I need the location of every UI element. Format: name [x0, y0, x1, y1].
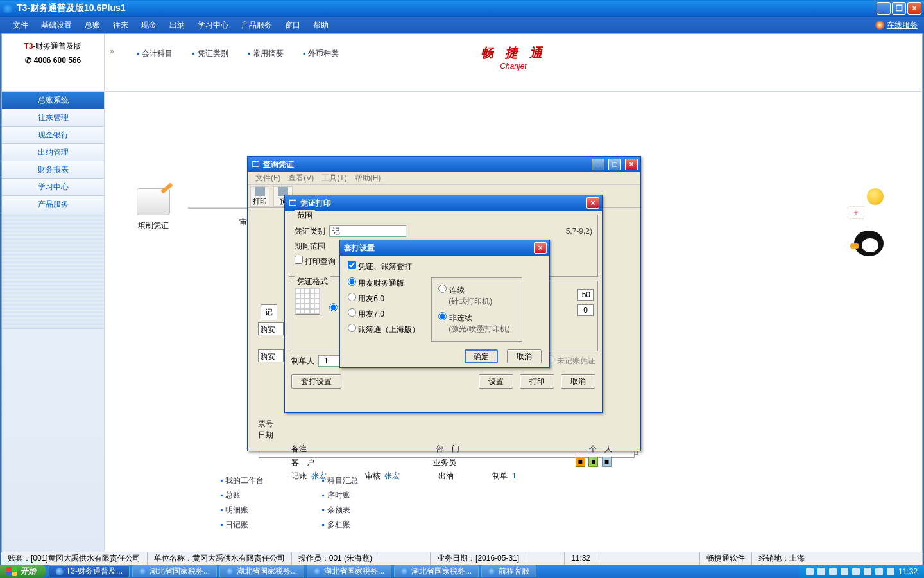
task-t3[interactable]: T3-财务通普及...	[49, 565, 130, 577]
tray-icon[interactable]	[806, 568, 814, 575]
bl-detail[interactable]: ▪明细账	[220, 503, 264, 518]
tray-icon[interactable]	[864, 568, 871, 575]
menu-window[interactable]: 窗口	[278, 20, 307, 31]
window-icon: 🗔	[289, 198, 296, 207]
lbl-ticket: 票号	[258, 419, 273, 428]
printer-icon	[255, 187, 265, 196]
menu-learn[interactable]: 学习中心	[191, 20, 235, 31]
fill-voucher[interactable]: 填制凭证	[137, 188, 170, 231]
bl-balance[interactable]: ▪余额表	[321, 503, 357, 518]
qm-tool[interactable]: 工具(T)	[319, 173, 349, 184]
minimize-button[interactable]: _	[877, 2, 891, 15]
start-button[interactable]: 开始	[0, 565, 46, 578]
num-50: 50	[578, 289, 594, 301]
sidebar-item-report[interactable]: 财务报表	[2, 161, 104, 179]
tray-icon[interactable]	[841, 568, 848, 575]
link-summary[interactable]: ▪常用摘要	[248, 48, 284, 59]
bl-chrono[interactable]: ▪序时账	[321, 488, 357, 503]
hint-cont: (针式打印机)	[449, 296, 515, 307]
task-ie4[interactable]: 湖北省国家税务...	[394, 565, 479, 577]
app-mini-icon	[56, 568, 64, 575]
add-widget[interactable]: +	[848, 206, 864, 219]
sidebar-item-arap[interactable]: 往来管理	[2, 109, 104, 127]
btn-print[interactable]: 打印	[520, 374, 554, 389]
tb-print[interactable]: 打印	[250, 186, 270, 207]
tpl-ok[interactable]: 确定	[465, 349, 498, 363]
query-close[interactable]: ×	[625, 159, 638, 170]
rb-sh[interactable]: 账簿通（上海版）	[348, 324, 420, 335]
lbl-cust: 客 户	[291, 457, 314, 468]
online-link[interactable]: 在线服务	[887, 20, 918, 31]
menu-cash[interactable]: 现金	[135, 20, 163, 31]
tab-ji[interactable]: 记	[265, 308, 273, 317]
radio-unposted[interactable]: 未记账凭证	[547, 356, 595, 365]
menu-file[interactable]: 文件	[6, 20, 35, 31]
task-ie1[interactable]: 湖北省国家税务...	[132, 565, 217, 577]
badge-strip: ■ ■ ■	[575, 457, 612, 468]
bl-gl[interactable]: ▪总账	[220, 488, 264, 503]
bl-multi[interactable]: ▪多栏账	[321, 518, 357, 532]
btn-cancel[interactable]: 取消	[561, 374, 595, 389]
menu-product[interactable]: 产品服务	[235, 20, 278, 31]
query-max[interactable]: □	[608, 159, 621, 170]
sidebar-item-learn[interactable]: 学习中心	[2, 179, 104, 196]
type-input[interactable]	[329, 225, 406, 237]
tpl-cancel[interactable]: 取消	[507, 349, 542, 363]
qm-file[interactable]: 文件(F)	[253, 173, 283, 184]
query-min[interactable]: _	[592, 159, 604, 170]
btn-template[interactable]: 套打设置	[291, 374, 341, 389]
tray-icon[interactable]	[887, 568, 894, 575]
rb-cont[interactable]: 连续	[438, 286, 464, 295]
menu-help[interactable]: 帮助	[307, 20, 335, 31]
bl-journal[interactable]: ▪日记账	[220, 518, 264, 532]
sidebar-item-product[interactable]: 产品服务	[2, 196, 104, 213]
close-button[interactable]: ×	[907, 2, 921, 15]
expand-button[interactable]: »	[110, 47, 113, 56]
bl-mywork[interactable]: ▪我的工作台	[220, 473, 264, 488]
sidebar-item-cashbank[interactable]: 现金银行	[2, 127, 104, 144]
query-title: 查询凭证	[263, 159, 588, 170]
menu-arap[interactable]: 往来	[107, 20, 135, 31]
tray-icon[interactable]	[852, 568, 860, 575]
tray-icon[interactable]	[817, 568, 825, 575]
link-subjects[interactable]: ▪会计科目	[137, 48, 173, 59]
link-vouchertype[interactable]: ▪凭证类别	[192, 48, 228, 59]
qm-view[interactable]: 查看(V)	[286, 173, 316, 184]
task-ie2[interactable]: 湖北省国家税务...	[219, 565, 304, 577]
task-support[interactable]: 前程客服	[481, 565, 536, 577]
qq-penguin[interactable]	[835, 231, 884, 258]
tpl-close[interactable]: ×	[534, 242, 547, 254]
taskbar: 开始 T3-财务通普及... 湖北省国家税务... 湖北省国家税务... 湖北省…	[0, 565, 924, 578]
rb-uy7[interactable]: 用友7.0	[348, 308, 420, 320]
rb-uy6[interactable]: 用友6.0	[348, 293, 420, 304]
lbl-biz: 业务员	[433, 457, 456, 468]
rb-noncont[interactable]: 非连续	[438, 313, 472, 322]
chk-query[interactable]: 打印查询	[295, 256, 336, 267]
rb-cwt[interactable]: 用友财务通版	[348, 277, 420, 289]
menu-basic[interactable]: 基础设置	[35, 20, 78, 31]
menu-gl[interactable]: 总账	[78, 20, 107, 31]
tray: 11:32	[800, 565, 924, 578]
app-body: T3-财务通普及版 ✆4006 600 566 » ▪会计科目 ▪凭证类别 ▪常…	[1, 33, 923, 552]
brand-logo: 畅 捷 通 Chanjet	[481, 44, 545, 71]
support-icon	[488, 568, 496, 575]
link-currency[interactable]: ▪外币种类	[303, 48, 339, 59]
tray-clock[interactable]: 11:32	[898, 567, 918, 576]
status-op: 操作员：001 (朱海燕)	[292, 552, 379, 565]
tray-icon[interactable]	[829, 568, 837, 575]
chk-master[interactable]: 凭证、账簿套打	[348, 262, 412, 271]
btn-settings[interactable]: 设置	[479, 374, 513, 389]
task-ie3[interactable]: 湖北省国家税务...	[307, 565, 391, 577]
sidebar-item-gl[interactable]: 总账系统	[2, 92, 104, 109]
sidebar: 总账系统 往来管理 现金银行 出纳管理 财务报表 学习中心 产品服务	[2, 92, 105, 552]
sidebar-item-cashier[interactable]: 出纳管理	[2, 144, 104, 161]
restore-button[interactable]: ❐	[892, 2, 906, 15]
bulb-icon[interactable]	[867, 188, 884, 205]
lbl-dept: 部 门	[436, 444, 459, 455]
phone-icon: ✆	[25, 56, 31, 65]
qm-help[interactable]: 帮助(H)	[352, 173, 384, 184]
print-close[interactable]: ×	[586, 197, 599, 209]
status-soft: 畅捷通软件	[700, 552, 752, 565]
menu-cashier[interactable]: 出纳	[163, 20, 191, 31]
tray-icon[interactable]	[875, 568, 883, 575]
